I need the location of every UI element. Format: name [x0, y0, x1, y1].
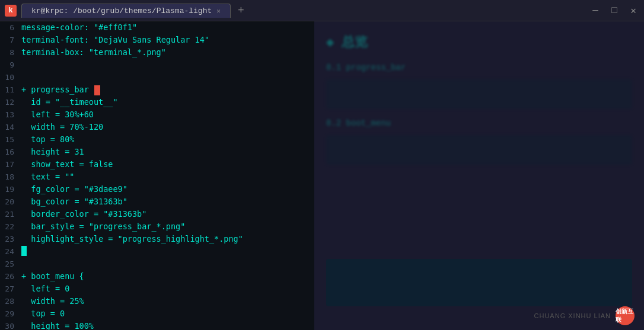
line-content: + progress_bar [21, 84, 314, 96]
code-editor[interactable]: 6 message-color: "#eff0f1" 7 terminal-fo… [0, 21, 314, 330]
right-block-1 [326, 79, 632, 109]
line-number: 9 [0, 59, 21, 71]
right-block-2 [326, 135, 632, 165]
tab-close-icon[interactable]: ✕ [216, 7, 221, 15]
table-row: 11 + progress_bar [0, 84, 314, 96]
table-row: 19 fg_color = "#3daee9" [0, 183, 314, 196]
table-row: 13 left = 30%+60 [0, 108, 314, 121]
table-row: 10 [0, 71, 314, 84]
table-row: 12 id = "__timeout__" [0, 96, 314, 108]
maximize-button[interactable]: □ [608, 5, 620, 16]
line-number: 12 [0, 96, 21, 108]
line-number: 29 [0, 307, 21, 320]
line-content: left = 0 [21, 283, 314, 295]
text-cursor-line24 [21, 246, 27, 256]
line-content: top = 0 [21, 307, 314, 320]
new-tab-button[interactable]: + [238, 5, 244, 17]
line-content: top = 80% [21, 133, 314, 146]
line-content: terminal-font: "DejaVu Sans Regular 14" [21, 34, 314, 46]
right-pane: ◆ 总览 8.1 progress_bar 8.2 boot_menu CHUA… [314, 21, 644, 330]
text-cursor [94, 85, 100, 95]
table-row: 29 top = 0 [0, 307, 314, 320]
close-button[interactable]: ✕ [627, 5, 639, 17]
table-row: 20 bg_color = "#31363b" [0, 196, 314, 208]
line-number: 18 [0, 171, 21, 183]
line-number: 16 [0, 146, 21, 158]
right-thumbnail [326, 259, 632, 306]
line-content: fg_color = "#3daee9" [21, 183, 314, 196]
tab-label: kr@krpc: /boot/grub/themes/Plasma-light [31, 7, 212, 15]
line-content: bar_style = "progress_bar_*.png" [21, 220, 314, 233]
line-content: height = 100% [21, 320, 314, 330]
line-content: text = "" [21, 171, 314, 183]
line-number: 14 [0, 121, 21, 133]
table-row: 22 bar_style = "progress_bar_*.png" [0, 220, 314, 233]
line-content: show_text = false [21, 158, 314, 171]
table-row: 18 text = "" [0, 171, 314, 183]
line-content: width = 25% [21, 295, 314, 307]
line-content: id = "__timeout__" [21, 96, 314, 108]
minimize-button[interactable]: — [589, 5, 601, 16]
line-number: 22 [0, 220, 21, 233]
main-area: 6 message-color: "#eff0f1" 7 terminal-fo… [0, 21, 644, 330]
line-number: 26 [0, 270, 21, 283]
line-number: 10 [0, 71, 21, 84]
table-row: 8 terminal-box: "terminal_*.png" [0, 46, 314, 59]
line-number: 28 [0, 295, 21, 307]
table-row: 7 terminal-font: "DejaVu Sans Regular 14… [0, 34, 314, 46]
window-controls: — □ ✕ [589, 5, 639, 17]
table-row: 17 show_text = false [0, 158, 314, 171]
line-number: 20 [0, 196, 21, 208]
line-number: 27 [0, 283, 21, 295]
line-number: 24 [0, 245, 21, 258]
table-row: 27 left = 0 [0, 283, 314, 295]
table-row: 23 highlight_style = "progress_highlight… [0, 233, 314, 245]
editor-pane[interactable]: 6 message-color: "#eff0f1" 7 terminal-fo… [0, 21, 314, 330]
table-row: 6 message-color: "#eff0f1" [0, 21, 314, 34]
right-panel-title: ◆ 总览 [326, 33, 632, 51]
title-bar: k kr@krpc: /boot/grub/themes/Plasma-ligh… [0, 0, 644, 21]
line-content: + boot_menu { [21, 270, 314, 283]
table-row: 16 height = 31 [0, 146, 314, 158]
table-row: 24 [0, 245, 314, 258]
line-content: message-color: "#eff0f1" [21, 21, 314, 34]
table-row: 21 border_color = "#31363b" [0, 208, 314, 220]
line-content: terminal-box: "terminal_*.png" [21, 46, 314, 59]
line-number: 30 [0, 320, 21, 330]
active-tab[interactable]: kr@krpc: /boot/grub/themes/Plasma-light … [21, 4, 231, 18]
line-content: highlight_style = "progress_highlight_*.… [21, 233, 314, 245]
table-row: 26 + boot_menu { [0, 270, 314, 283]
table-row: 25 [0, 258, 314, 270]
line-content: border_color = "#31363b" [21, 208, 314, 220]
line-number: 13 [0, 108, 21, 121]
table-row: 28 width = 25% [0, 295, 314, 307]
watermark-logo: 创新互联 [616, 306, 635, 325]
watermark-logo-text: 创新互联 [616, 307, 635, 324]
line-number: 21 [0, 208, 21, 220]
line-number: 6 [0, 21, 21, 34]
terminal-icon: k [5, 5, 17, 17]
right-content: ◆ 总览 8.1 progress_bar 8.2 boot_menu [314, 21, 644, 186]
line-number: 19 [0, 183, 21, 196]
table-row: 15 top = 80% [0, 133, 314, 146]
line-content [21, 245, 314, 258]
line-number: 15 [0, 133, 21, 146]
watermark: CHUANG XINHU LIAN 创新互联 [534, 306, 635, 325]
table-row: 14 width = 70%-120 [0, 121, 314, 133]
line-content: left = 30%+60 [21, 108, 314, 121]
line-content: width = 70%-120 [21, 121, 314, 133]
line-number: 7 [0, 34, 21, 46]
line-number: 23 [0, 233, 21, 245]
line-number: 8 [0, 46, 21, 59]
watermark-text: CHUANG XINHU LIAN [534, 312, 611, 319]
table-row: 9 [0, 59, 314, 71]
line-content: bg_color = "#31363b" [21, 196, 314, 208]
right-section-1: 8.1 progress_bar [326, 63, 632, 72]
line-content: height = 31 [21, 146, 314, 158]
line-number: 17 [0, 158, 21, 171]
line-number: 25 [0, 258, 21, 270]
line-number: 11 [0, 84, 21, 96]
table-row: 30 height = 100% [0, 320, 314, 330]
right-section-2: 8.2 boot_menu [326, 118, 632, 128]
